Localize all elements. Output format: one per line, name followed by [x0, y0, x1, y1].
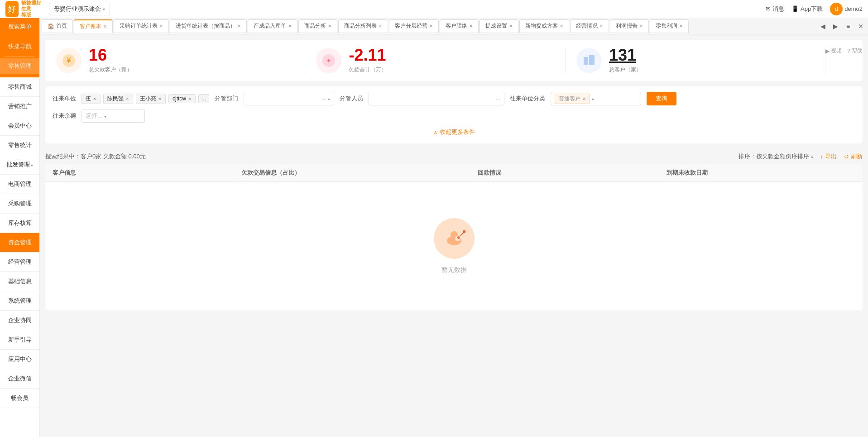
filter-expand-btn[interactable]: ∧ 收起更多条件 — [53, 126, 855, 138]
dept-select[interactable]: ··· — [244, 92, 334, 105]
tab-close-profit-report[interactable]: ✕ — [639, 24, 643, 28]
filter-tag-1: 伍 ✕ — [82, 94, 101, 104]
category-tag-close[interactable]: ✕ — [582, 96, 586, 101]
sidebar-item-member-center[interactable]: 会员中心 — [0, 116, 39, 136]
sidebar-item-inventory[interactable]: 库存核算 — [0, 214, 39, 233]
sidebar-divider — [5, 56, 35, 57]
tab-retail-profit[interactable]: 零售利润 ✕ — [650, 19, 689, 33]
stat-label-3: 总客户（家） — [609, 66, 642, 74]
sidebar-item-ecommerce[interactable]: 电商管理 — [0, 175, 39, 194]
filter-tag-3-close[interactable]: ✕ — [158, 96, 162, 101]
sidebar-item-new-guide[interactable]: 新手引导 — [0, 330, 39, 350]
message-btn[interactable]: ✉ 消息 — [766, 5, 784, 13]
tab-purchase-order[interactable]: 采购订单统计表 ✕ — [114, 19, 169, 33]
tab-close-product-analysis-list[interactable]: ✕ — [379, 24, 382, 28]
tab-customer-contact[interactable]: 客户联络 ✕ — [440, 19, 479, 33]
tab-prev-btn[interactable]: ◀ — [817, 21, 828, 32]
filter-area: 往来单位 伍 ✕ 陈民强 ✕ 王小亮 — [45, 86, 863, 143]
tab-new-reminder[interactable]: 新增提成方案 ✕ — [519, 19, 569, 33]
tab-instock-stats[interactable]: 进货单统计表（按商品） ✕ — [170, 19, 247, 33]
svg-rect-4 — [584, 57, 588, 65]
stat-values-3: 131 总客户（家） — [609, 47, 642, 74]
logo-text: 畅捷通好生意 标版 — [21, 0, 45, 18]
message-icon: ✉ — [766, 5, 771, 12]
sidebar-item-purchase[interactable]: 采购管理 — [0, 194, 39, 214]
video-btn[interactable]: ▶ 视频 — [825, 47, 842, 55]
filter-tag-1-close[interactable]: ✕ — [93, 96, 96, 101]
filter-tag-4-close[interactable]: ✕ — [188, 96, 192, 101]
sidebar-item-batch-mgmt[interactable]: 批发管理 — [0, 155, 39, 175]
top-bar: 好 畅捷通好生意 标版 母婴行业演示账套 ✉ 消息 📱 App下载 d demo… — [0, 0, 868, 18]
tab-close-customer-layer[interactable]: ✕ — [429, 24, 433, 28]
tab-close-customer-contact[interactable]: ✕ — [469, 24, 473, 28]
stat-number-3: 131 — [609, 47, 642, 63]
unit-label: 往来单位 — [53, 95, 76, 103]
tab-close-accounts[interactable]: ✕ — [103, 24, 107, 29]
sidebar-search[interactable]: 搜索菜单 — [0, 18, 39, 35]
tab-bar-actions: ◀ ▶ ≡ ✕ — [817, 21, 866, 32]
tab-close-retail-profit[interactable]: ✕ — [679, 24, 683, 28]
stats-row: ¥ 16 总欠款客户（家） ✦ — [45, 40, 863, 81]
tab-close-new-reminder[interactable]: ✕ — [560, 24, 563, 28]
org-selector[interactable]: 母婴行业演示账套 — [49, 3, 110, 15]
sidebar-item-app-center[interactable]: 应用中心 — [0, 350, 39, 369]
export-btn[interactable]: ↑ 导出 — [820, 152, 837, 161]
tab-home[interactable]: 🏠 首页 — [42, 19, 73, 33]
sidebar-section: 零售商城 营销推广 会员中心 零售统计 批发管理 电商管理 采购管理 库存核算 … — [0, 77, 39, 437]
tab-product-analysis-list[interactable]: 商品分析列表 ✕ — [338, 19, 388, 33]
table-header-repay-info: 回款情况 — [478, 169, 667, 177]
stat-icon-debt: ✦ — [316, 48, 341, 73]
sidebar-quick-nav[interactable]: 快捷导航 — [0, 39, 39, 54]
sidebar-item-marketing[interactable]: 营销推广 — [0, 97, 39, 116]
sidebar-item-retail-mall[interactable]: 零售商城 — [0, 77, 39, 97]
category-select[interactable]: 普通客户 ✕ — [551, 92, 641, 105]
sidebar-item-vip-member[interactable]: 畅会员 — [0, 389, 39, 408]
sidebar-item-basic-info[interactable]: 基础信息 — [0, 272, 39, 291]
empty-text: 暂无数据 — [441, 266, 467, 274]
empty-state: 暂无数据 — [45, 182, 863, 310]
balance-select[interactable]: 选择... — [82, 109, 145, 123]
stat-number-2: -2.11 — [349, 47, 387, 63]
tab-customer-layer[interactable]: 客户分层经营 ✕ — [389, 19, 439, 33]
sidebar-item-system[interactable]: 系统管理 — [0, 291, 39, 311]
top-bar-right: ✉ 消息 📱 App下载 d demo2 — [766, 3, 863, 15]
filter-tag-2-close[interactable]: ✕ — [125, 96, 129, 101]
person-select[interactable]: ··· — [369, 92, 504, 105]
tab-close-instock-stats[interactable]: ✕ — [237, 24, 241, 28]
tab-reminder-settings[interactable]: 提成设置 ✕ — [480, 19, 518, 33]
user-info[interactable]: d demo2 — [830, 3, 863, 15]
tab-accounts[interactable]: 客户账本 ✕ — [74, 19, 113, 33]
tab-close-biz-situation[interactable]: ✕ — [599, 24, 603, 28]
tab-close-purchase-order[interactable]: ✕ — [159, 24, 163, 28]
tab-more-btn[interactable]: ≡ — [843, 21, 854, 32]
sidebar-item-retail-stats[interactable]: 零售统计 — [0, 136, 39, 155]
filter-tag-more[interactable]: ... — [198, 94, 209, 103]
stat-values-2: -2.11 欠款合计（万） — [349, 47, 387, 74]
help-btn[interactable]: ? 帮助 — [847, 47, 863, 55]
tab-profit-report[interactable]: 利润报告 ✕ — [610, 19, 649, 33]
stat-icon-all-customers — [576, 48, 602, 73]
video-icon: ▶ — [825, 48, 830, 54]
app-download-btn[interactable]: 📱 App下载 — [791, 5, 823, 13]
tab-cost-instock[interactable]: 产成品入库单 ✕ — [248, 19, 297, 33]
home-icon: 🏠 — [48, 23, 54, 29]
tab-close-all-btn[interactable]: ✕ — [855, 21, 866, 32]
sidebar-item-operations[interactable]: 经营管理 — [0, 252, 39, 272]
stat-icon-customers: ¥ — [56, 48, 82, 73]
tab-close-reminder-settings[interactable]: ✕ — [509, 24, 513, 28]
tab-close-cost-instock[interactable]: ✕ — [288, 24, 292, 28]
sidebar-item-enterprise-collab[interactable]: 企业协同 — [0, 311, 39, 330]
query-btn[interactable]: 查询 — [647, 92, 676, 105]
sort-select[interactable]: 排序：按欠款金额倒序排序 — [739, 152, 813, 161]
sidebar-retail-mgmt[interactable]: 零售管理 — [0, 58, 39, 74]
refresh-btn[interactable]: ↺ 刷新 — [844, 152, 863, 161]
tab-product-analysis[interactable]: 商品分析 ✕ — [298, 19, 337, 33]
tab-next-btn[interactable]: ▶ — [830, 21, 841, 32]
tab-biz-situation[interactable]: 经营情况 ✕ — [570, 19, 609, 33]
logo-icon: 好 — [5, 1, 19, 17]
filter-tag-2: 陈民强 ✕ — [103, 94, 133, 104]
sidebar-item-enterprise-wechat[interactable]: 企业微信 — [0, 369, 39, 389]
sidebar-item-capital[interactable]: 资金管理 — [0, 233, 39, 252]
tab-close-product-analysis[interactable]: ✕ — [328, 24, 331, 28]
results-bar: 搜索结果中：客户0家 欠款金额 0.00元 排序：按欠款金额倒序排序 ↑ 导出 … — [45, 149, 863, 164]
